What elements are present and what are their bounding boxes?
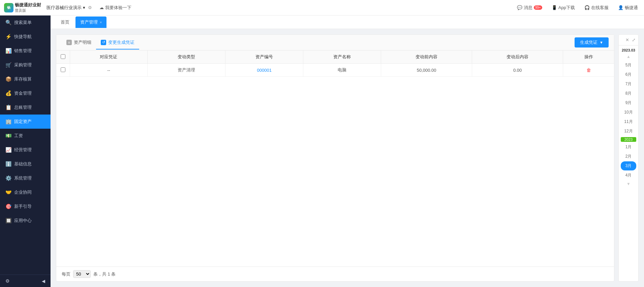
timeline-year-label: 2023.03: [619, 47, 638, 53]
row-action: 🗑: [563, 64, 614, 77]
timeline-month-12[interactable]: 12月: [621, 127, 636, 136]
company-name: 医疗器械行业演示: [47, 5, 82, 11]
sub-tab-asset-detail[interactable]: ≡ 资产明细: [62, 36, 96, 50]
top-header: 畅 畅捷通好业财 普及版 医疗器械行业演示 ▾ ⚙ ☁ 我要体验一下 💬 消息 …: [0, 0, 644, 15]
right-panel: ✕ ⤢ 2023.03 ▲ 5月 6月 7月 8月 9月 10月 11月 12月…: [618, 34, 639, 282]
lightning-icon: ⚡: [5, 34, 11, 40]
user-icon: 👤: [618, 5, 623, 10]
sidebar-item-enterprise[interactable]: 🤝 企业协同: [0, 185, 51, 199]
sidebar-item-fixed-assets[interactable]: 🏢 固定资产: [0, 115, 51, 129]
message-icon: 💬: [517, 5, 522, 10]
main-panel: ≡ 资产明细 ↺ 变更生成凭证 生成凭证 ▼: [56, 34, 614, 282]
table-header-voucher: 对应凭证: [70, 51, 148, 64]
main-layout: 🔍 搜索菜单 ⚡ 快捷导航 📊 销售管理 🛒 采购管理 📦 库存核算 💰: [0, 15, 644, 287]
sales-icon: 📊: [5, 48, 11, 54]
sidebar-item-quick-nav[interactable]: ⚡ 快捷导航: [0, 30, 51, 44]
timeline-month-2023-1[interactable]: 1月: [621, 142, 636, 152]
header-tools: 💬 消息 99+ 📱 App下载 🎧 在线客服 👤 畅捷通: [515, 3, 640, 12]
row-checkbox[interactable]: [61, 67, 65, 72]
app-logo: 畅 畅捷通好业财 普及版: [4, 2, 41, 13]
sub-tab-change-voucher[interactable]: ↺ 变更生成凭证: [96, 36, 139, 50]
experience-btn[interactable]: ☁ 我要体验一下: [97, 3, 133, 12]
logo-icon: 畅: [4, 3, 13, 12]
timeline-month-8[interactable]: 8月: [621, 89, 636, 98]
inventory-icon: 📦: [5, 76, 11, 82]
pagination-bar: 每页 50 10 20 100 条，共 1 条: [56, 266, 614, 281]
sidebar-scroll: 🔍 搜索菜单 ⚡ 快捷导航 📊 销售管理 🛒 采购管理 📦 库存核算 💰: [0, 15, 51, 275]
search-icon: 🔍: [5, 20, 11, 26]
row-asset-name: 电脑: [303, 64, 381, 77]
timeline-month-2023-2[interactable]: 2月: [621, 152, 636, 161]
row-asset-code[interactable]: 000001: [225, 64, 303, 77]
sidebar-collapse-btn[interactable]: ◀: [42, 279, 45, 284]
generate-btn-arrow: ▼: [600, 40, 603, 44]
table-header-before-change: 变动前内容: [381, 51, 472, 64]
page-size-select[interactable]: 50 10 20 100: [73, 270, 91, 278]
sidebar-item-app-center[interactable]: 🔲 应用中心: [0, 214, 51, 228]
timeline-month-5[interactable]: 5月: [621, 61, 636, 70]
sidebar-item-finance[interactable]: 💰 资金管理: [0, 86, 51, 100]
sidebar-item-operations[interactable]: 📈 经营管理: [0, 143, 51, 157]
row-voucher: --: [70, 64, 148, 77]
purchase-icon: 🛒: [5, 62, 11, 68]
sidebar-item-ledger[interactable]: 📋 总账管理: [0, 100, 51, 115]
timeline-up-btn[interactable]: ▲: [619, 53, 638, 60]
dropdown-icon: ▾: [83, 5, 85, 10]
tab-bar: 首页 资产管理 ×: [51, 15, 644, 29]
cloud-icon: ☁: [99, 5, 104, 10]
timeline-year-2023-badge[interactable]: 2023: [621, 137, 636, 142]
data-table: 对应凭证 变动类型 资产编号 资产名称 变动前内容 变动后内容 操作: [56, 51, 614, 77]
tab-asset-management[interactable]: 资产管理 ×: [75, 17, 106, 28]
timeline-down-btn[interactable]: ▼: [619, 180, 638, 188]
system-icon: ⚙️: [5, 175, 11, 181]
timeline-month-2023-4[interactable]: 4月: [621, 171, 636, 180]
generate-voucher-btn[interactable]: 生成凭证 ▼: [575, 37, 609, 47]
table-header-checkbox: [56, 51, 70, 64]
content-area: 首页 资产管理 × ≡ 资产明细: [51, 15, 644, 287]
sidebar-item-purchase[interactable]: 🛒 采购管理: [0, 58, 51, 72]
delete-row-btn[interactable]: 🗑: [586, 67, 591, 73]
settings-footer-icon[interactable]: ⚙: [5, 278, 10, 284]
sidebar: 🔍 搜索菜单 ⚡ 快捷导航 📊 销售管理 🛒 采购管理 📦 库存核算 💰: [0, 15, 51, 287]
select-all-checkbox[interactable]: [61, 54, 65, 59]
right-panel-header: ✕ ⤢: [619, 35, 638, 45]
table-row: -- 资产清理 000001 电脑 50,000.00 0.00 🗑: [56, 64, 614, 77]
table-header-row: 对应凭证 变动类型 资产编号 资产名称 变动前内容 变动后内容 操作: [56, 51, 614, 64]
user-btn[interactable]: 👤 畅捷通: [616, 3, 640, 12]
tab-home[interactable]: 首页: [56, 17, 74, 28]
app-title: 畅捷通好业财: [15, 2, 41, 8]
sidebar-item-inventory[interactable]: 📦 库存核算: [0, 72, 51, 86]
change-voucher-tab-icon: ↺: [101, 40, 106, 45]
enterprise-icon: 🤝: [5, 189, 11, 195]
table-container: 对应凭证 变动类型 资产编号 资产名称 变动前内容 变动后内容 操作: [56, 51, 614, 266]
timeline-month-9[interactable]: 9月: [621, 98, 636, 107]
panel-expand-btn[interactable]: ⤢: [631, 37, 636, 43]
page-content: ≡ 资产明细 ↺ 变更生成凭证 生成凭证 ▼: [51, 29, 644, 287]
customer-service-btn[interactable]: 🎧 在线客服: [582, 3, 611, 12]
download-icon: 📱: [552, 5, 557, 10]
table-header-asset-code: 资产编号: [225, 51, 303, 64]
sidebar-item-search[interactable]: 🔍 搜索菜单: [0, 15, 51, 30]
app-download-btn[interactable]: 📱 App下载: [550, 3, 577, 12]
guide-icon: 🎯: [5, 203, 11, 210]
timeline-month-2023-3[interactable]: 3月: [621, 161, 636, 170]
sidebar-footer: ⚙ ◀: [0, 275, 51, 287]
timeline-month-7[interactable]: 7月: [621, 79, 636, 89]
settings-icon[interactable]: ⚙: [88, 5, 92, 10]
sidebar-item-guide[interactable]: 🎯 新手引导: [0, 199, 51, 214]
panel-close-btn[interactable]: ✕: [625, 37, 630, 43]
operations-icon: 📈: [5, 147, 11, 153]
sub-tabs: ≡ 资产明细 ↺ 变更生成凭证 生成凭证 ▼: [56, 35, 614, 51]
timeline-month-10[interactable]: 10月: [621, 108, 636, 117]
sidebar-item-basic-info[interactable]: ℹ️ 基础信息: [0, 157, 51, 171]
asset-detail-tab-icon: ≡: [66, 40, 72, 45]
row-before-change: 50,000.00: [381, 64, 472, 77]
company-selector[interactable]: 医疗器械行业演示 ▾ ⚙: [44, 3, 95, 12]
message-btn[interactable]: 💬 消息 99+: [515, 3, 544, 12]
timeline-month-11[interactable]: 11月: [621, 117, 636, 126]
sidebar-item-sales[interactable]: 📊 销售管理: [0, 44, 51, 58]
sidebar-item-payroll[interactable]: 💵 工资: [0, 129, 51, 143]
sidebar-item-system[interactable]: ⚙️ 系统管理: [0, 171, 51, 185]
timeline-month-6[interactable]: 6月: [621, 70, 636, 79]
tab-close-btn[interactable]: ×: [100, 20, 102, 24]
